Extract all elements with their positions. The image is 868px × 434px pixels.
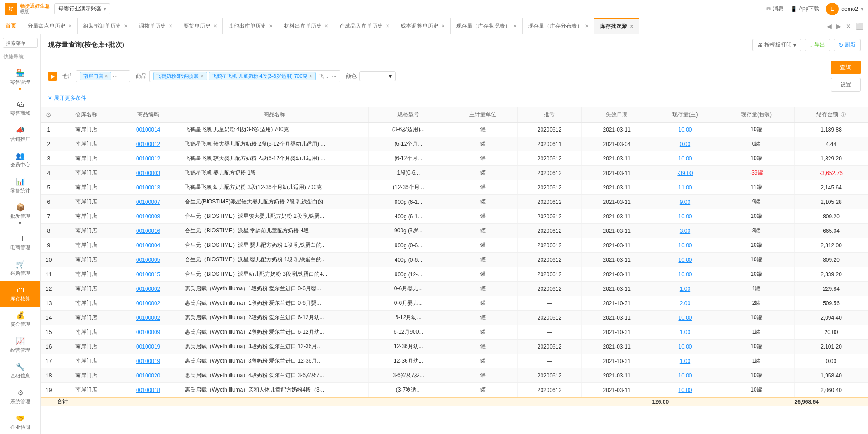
qty-link[interactable]: 11.00 (678, 184, 692, 191)
code-link[interactable]: 00100008 (136, 213, 160, 220)
tab-close-icon[interactable]: ✕ (269, 24, 273, 28)
code-link[interactable]: 00100016 (136, 228, 160, 234)
qty-link[interactable]: 3.00 (680, 228, 690, 234)
qty-link[interactable]: 9.00 (680, 199, 690, 205)
qty-link[interactable]: 10.00 (678, 271, 692, 278)
qty-link[interactable]: 0.00 (680, 141, 690, 147)
export-button[interactable]: ↓ 导出 (805, 39, 830, 51)
tab-maximize[interactable]: ⬜ (854, 22, 865, 31)
color-select[interactable]: ▾ (359, 71, 396, 81)
print-button[interactable]: 🖨 按模板打印 ▾ (752, 39, 801, 51)
tab-xian-cun-fen[interactable]: 现存量（库存分布表）✕ (523, 18, 594, 34)
tab-arrow-left[interactable]: ◀ (825, 22, 834, 31)
code-link[interactable]: 00100012 (136, 156, 160, 162)
qty-link[interactable]: -39.00 (677, 170, 693, 176)
sidebar-item-xi-tong[interactable]: ⚙ 系统管理 (0, 384, 40, 410)
goods-tag-close-1[interactable]: ✕ (200, 74, 204, 79)
setting-button[interactable]: 设置 (831, 78, 861, 92)
tab-close-icon[interactable]: ✕ (585, 24, 589, 28)
warehouse-tag-input[interactable]: 南岸门店 ✕ ··· (76, 70, 130, 82)
qty-link[interactable]: 10.00 (678, 373, 692, 379)
column-settings-icon[interactable]: ⚙ (46, 111, 52, 118)
tab-close-icon-active[interactable]: ✕ (630, 24, 633, 29)
query-button[interactable]: 查询 (831, 61, 861, 74)
qty-link[interactable]: 10.00 (678, 127, 692, 133)
qty-link[interactable]: 10.00 (678, 344, 692, 350)
qty-link[interactable]: 10.00 (678, 257, 692, 263)
warehouse-tag-close[interactable]: ✕ (104, 74, 108, 79)
tab-home[interactable]: 首页 (0, 18, 22, 34)
sidebar-item-ku-cun[interactable]: 🗃 库存核算 (0, 281, 40, 307)
qty-link[interactable]: 10.00 (678, 156, 692, 162)
search-input[interactable] (3, 38, 38, 48)
code-link[interactable]: 00100018 (136, 387, 160, 393)
message-btn[interactable]: ✉ 消息 (766, 5, 783, 13)
code-link[interactable]: 00100020 (136, 373, 160, 379)
qty-link[interactable]: 1.00 (680, 286, 690, 292)
code-link[interactable]: 00100003 (136, 170, 160, 176)
code-link[interactable]: 00100012 (136, 141, 160, 147)
tab-close-icon[interactable]: ✕ (124, 24, 127, 28)
tab-arrow-right[interactable]: ▶ (835, 22, 843, 31)
code-link[interactable]: 00100009 (136, 329, 160, 335)
code-link[interactable]: 00100002 (136, 315, 160, 321)
account-dropdown[interactable]: 母婴行业演示账套 ▾ (54, 3, 110, 14)
sidebar-item-ling-shou[interactable]: 🏪 零售管理 ▼ (0, 64, 40, 96)
goods-ellipsis[interactable]: ··· (332, 73, 336, 80)
code-link[interactable]: 00100002 (136, 286, 160, 292)
tab-close-all[interactable]: ✕ (844, 22, 853, 31)
filter-expand-arrow[interactable]: ▶ (48, 72, 57, 81)
qty-link[interactable]: 10.00 (678, 242, 692, 249)
sidebar-item-jing-ying[interactable]: 📈 经营管理 (0, 332, 40, 358)
tab-zu-chai[interactable]: 组装拆卸单历史 ✕ (78, 18, 133, 34)
sidebar-item-ling-shou-tong[interactable]: 📊 零售统计 (0, 173, 40, 198)
tab-close-icon[interactable]: ✕ (386, 24, 389, 28)
sidebar-item-ji-chu[interactable]: 🔧 基础信息 (0, 358, 40, 384)
sidebar-item-pi-fa[interactable]: 📦 批发管理 ▼ (0, 198, 40, 230)
tab-close-icon[interactable]: ✕ (441, 24, 445, 28)
qty-link[interactable]: 10.00 (678, 213, 692, 220)
tab-close-icon[interactable]: ✕ (513, 24, 517, 28)
code-link[interactable]: 00100004 (136, 242, 160, 249)
goods-tag-close-2[interactable]: ✕ (309, 74, 312, 79)
sidebar-item-dian-shang[interactable]: 🖥 电商管理 (0, 230, 40, 255)
qty-link[interactable]: 2.00 (680, 300, 690, 307)
qty-link[interactable]: 1.00 (680, 329, 690, 335)
code-link[interactable]: 00100002 (136, 300, 160, 307)
sidebar-item-cai-gou[interactable]: 🛒 采购管理 (0, 255, 40, 281)
col-settings[interactable]: ⚙ (41, 107, 57, 123)
tab-qi-ta-chu[interactable]: 其他出库单历史 ✕ (223, 18, 278, 34)
tab-xian-cun-zhuang[interactable]: 现存量（库存状况表）✕ (451, 18, 523, 34)
expand-more-btn[interactable]: ⊻ 展开更多条件 (48, 94, 861, 102)
code-link[interactable]: 00100014 (136, 127, 160, 133)
tab-yao-huo[interactable]: 要货单历史 ✕ (178, 18, 223, 34)
code-link[interactable]: 00100007 (136, 199, 160, 205)
tab-chan-pin-ru[interactable]: 产成品入库单历史 ✕ (334, 18, 395, 34)
amount-info-icon[interactable]: ⓘ (841, 112, 846, 117)
sidebar-item-ling-shou-shang[interactable]: 🛍 零售商城 (0, 96, 40, 121)
qty-link[interactable]: 10.00 (678, 315, 692, 321)
tab-close-icon[interactable]: ✕ (325, 24, 328, 28)
code-link[interactable]: 00100013 (136, 184, 160, 191)
warehouse-ellipsis[interactable]: ··· (113, 73, 118, 80)
code-link[interactable]: 00100019 (136, 344, 160, 350)
sidebar-item-zi-jin[interactable]: 💰 资金管理 (0, 307, 40, 332)
tab-cai-liao-chu[interactable]: 材料出库单历史 ✕ (278, 18, 334, 34)
sidebar-item-qi-ye[interactable]: 🤝 企业协同 (0, 410, 40, 434)
goods-tag-input[interactable]: 飞鹤奶粉3段两提装 ✕ 飞鹤星飞帆 儿童奶粉 4段(3-6岁适用) 700克 ✕… (149, 70, 340, 82)
refresh-button[interactable]: ↻ 刷新 (834, 39, 861, 51)
tab-tiao-bo[interactable]: 调拨单历史 ✕ (133, 18, 178, 34)
app-download-btn[interactable]: 📱 App下载 (790, 5, 819, 13)
code-link[interactable]: 00100005 (136, 257, 160, 263)
qty-link[interactable]: 10.00 (678, 387, 692, 393)
tab-fen-pan[interactable]: 分量盘点单历史 ✕ (22, 18, 78, 34)
tab-cheng-ben[interactable]: 成本调整单历史 ✕ (395, 18, 451, 34)
tab-close-icon[interactable]: ✕ (213, 24, 217, 28)
sidebar-item-ying-xiao[interactable]: 📣 营销推广 (0, 121, 40, 147)
code-link[interactable]: 00100015 (136, 271, 160, 278)
sidebar-item-hui-yuan[interactable]: 👥 会员中心 (0, 147, 40, 173)
code-link[interactable]: 00100019 (136, 358, 160, 364)
tab-ku-cun-pi[interactable]: 库存批次聚 ✕ (594, 18, 639, 34)
tab-close-icon[interactable]: ✕ (169, 24, 172, 28)
qty-link[interactable]: 1.00 (680, 358, 690, 364)
